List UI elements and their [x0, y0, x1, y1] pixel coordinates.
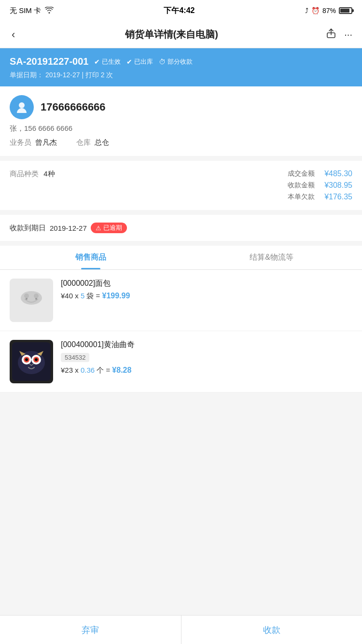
owed-label: 本单欠款: [288, 193, 315, 201]
product-list: [0000002]面包 ¥40 x 5 袋 = ¥199.99: [0, 270, 362, 392]
svg-point-6: [26, 298, 28, 300]
stats-left: 商品种类 4种: [10, 169, 55, 179]
tabs: 销售商品 结算&物流等: [0, 246, 362, 270]
clock-icon: ⏱: [159, 58, 166, 66]
owed-row: 本单欠款 ¥176.35: [288, 193, 352, 201]
customer-phone: 17666666666: [41, 101, 106, 113]
warning-icon: ⚠: [96, 224, 101, 232]
product-qty-1: 5: [81, 292, 84, 300]
product-price-1: ¥40 x 5 袋 = ¥199.99: [61, 292, 352, 301]
due-section: 收款到期日 2019-12-27 ⚠ 已逾期: [0, 215, 362, 241]
badge-partial-paid: ⏱ 部分收款: [159, 57, 193, 66]
tab-sales-products[interactable]: 销售商品: [0, 246, 181, 269]
order-id: SA-20191227-001: [10, 56, 88, 67]
battery-icon: [339, 7, 352, 14]
order-header: SA-20191227-001 ✔ 已生效 ✔ 已出库 ⏱ 部分收款 单据日期：…: [0, 48, 362, 86]
deal-amount-label: 成交金额: [288, 169, 315, 178]
bottom-bar: 弃审 收款: [0, 615, 362, 644]
product-qty-2: 0.36: [81, 366, 95, 374]
product-image-placeholder-1: [10, 279, 53, 322]
owed-value: ¥176.35: [324, 193, 352, 201]
carrier-label: 无 SIM 卡: [10, 6, 41, 15]
deal-amount-row: 成交金额 ¥485.30: [288, 169, 352, 178]
share-icon[interactable]: [326, 28, 336, 41]
warehouse-item: 仓库 总仓: [76, 138, 109, 147]
battery-label: 87%: [322, 7, 336, 14]
svg-point-4: [24, 294, 29, 298]
check-icon-2: ✔: [126, 58, 132, 66]
product-info-2: [000400001]黄油曲奇 534532 ¥23 x 0.36 个 = ¥8…: [61, 340, 352, 375]
payment-label: 收款金额: [288, 181, 315, 190]
stats-section: 商品种类 4种 成交金额 ¥485.30 收款金额 ¥308.95 本单欠款 ¥…: [0, 161, 362, 210]
warehouse-label: 仓库: [76, 138, 91, 146]
avatar: [10, 95, 34, 119]
sales-rep-value: 曾凡杰: [35, 138, 57, 146]
product-total-1: ¥199.99: [102, 292, 130, 300]
svg-point-5: [34, 294, 39, 298]
status-right: ⤴ ⏰ 87%: [305, 7, 352, 14]
product-types-value: 4种: [43, 169, 55, 178]
badge-shipped: ✔ 已出库: [126, 57, 153, 66]
product-name-1: [0000002]面包: [61, 279, 352, 289]
customer-details: 业务员 曾凡杰 仓库 总仓: [10, 138, 352, 147]
due-date-value: 2019-12-27: [50, 224, 87, 232]
order-id-row: SA-20191227-001 ✔ 已生效 ✔ 已出库 ⏱ 部分收款: [10, 56, 352, 67]
svg-point-7: [35, 298, 37, 300]
customer-section: 17666666666 张，156 6666 6666 业务员 曾凡杰 仓库 总…: [0, 86, 362, 156]
product-total-2: ¥8.28: [112, 366, 131, 374]
reject-button[interactable]: 弃审: [0, 616, 181, 644]
payment-row: 收款金额 ¥308.95: [288, 181, 352, 190]
check-icon-1: ✔: [94, 58, 100, 66]
nav-actions: ···: [326, 28, 352, 41]
alarm-icon: ⏰: [311, 7, 320, 14]
location-icon: ⤴: [305, 7, 308, 14]
product-info-1: [0000002]面包 ¥40 x 5 袋 = ¥199.99: [61, 279, 352, 301]
status-bar: 无 SIM 卡 下午4:42 ⤴ ⏰ 87%: [0, 0, 362, 21]
warehouse-value: 总仓: [95, 138, 109, 146]
svg-point-14: [25, 358, 28, 361]
customer-name-phone: 张，156 6666 6666: [10, 124, 352, 133]
sales-rep-item: 业务员 曾凡杰: [10, 138, 57, 147]
product-thumb-2: [10, 340, 53, 383]
payment-value: ¥308.95: [324, 181, 352, 190]
stats-right: 成交金额 ¥485.30 收款金额 ¥308.95 本单欠款 ¥176.35: [288, 169, 352, 201]
overdue-badge: ⚠ 已逾期: [91, 223, 127, 233]
deal-amount-value: ¥485.30: [324, 169, 352, 178]
product-types-label: 商品种类: [10, 169, 39, 178]
sales-rep-label: 业务员: [10, 138, 31, 146]
product-sku-2: 534532: [61, 353, 89, 362]
more-icon[interactable]: ···: [344, 29, 352, 40]
wifi-icon: [45, 7, 54, 15]
product-name-2: [000400001]黄油曲奇: [61, 340, 352, 350]
product-item: [0000002]面包 ¥40 x 5 袋 = ¥199.99: [0, 270, 362, 331]
tab-settlement[interactable]: 结算&物流等: [181, 246, 362, 269]
order-meta: 单据日期： 2019-12-27 | 打印 2 次: [10, 71, 352, 80]
product-item: [000400001]黄油曲奇 534532 ¥23 x 0.36 个 = ¥8…: [0, 331, 362, 392]
customer-top: 17666666666: [10, 95, 352, 119]
collect-button[interactable]: 收款: [181, 616, 362, 644]
badge-effective: ✔ 已生效: [94, 57, 121, 66]
svg-point-15: [35, 358, 38, 361]
product-price-2: ¥23 x 0.36 个 = ¥8.28: [61, 366, 352, 375]
page-title: 销货单详情(来自电脑): [125, 28, 218, 41]
svg-point-2: [19, 102, 25, 108]
status-left: 无 SIM 卡: [10, 6, 54, 15]
nav-bar: ‹ 销货单详情(来自电脑) ···: [0, 21, 362, 48]
product-thumb-1: [10, 279, 53, 322]
status-time: 下午4:42: [164, 6, 195, 16]
back-button[interactable]: ‹: [10, 27, 17, 43]
due-date-label: 收款到期日: [10, 224, 46, 233]
